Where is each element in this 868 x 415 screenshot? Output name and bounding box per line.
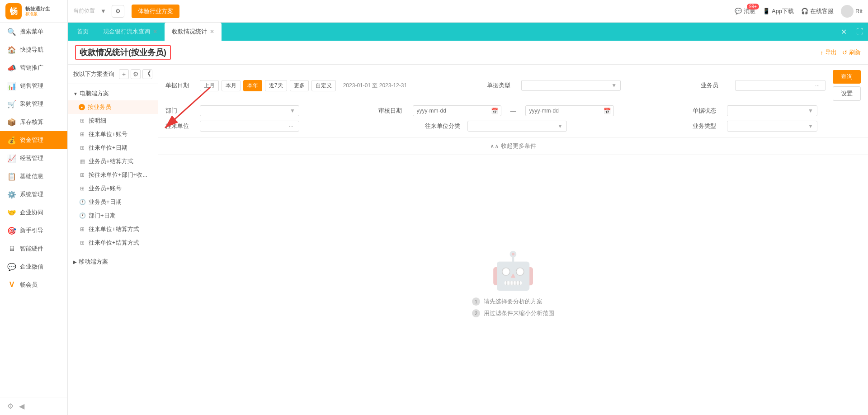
- message-button[interactable]: 💬 消息 99+: [735, 7, 755, 15]
- date-range-display: 2023-01-01 至 2023-12-31: [343, 82, 407, 90]
- search-icon: 🔍: [7, 27, 16, 36]
- tab-receipt-stats-close[interactable]: ✕: [210, 28, 214, 35]
- staff-select[interactable]: ···: [735, 80, 826, 91]
- detail-icon: ⊞: [79, 117, 86, 124]
- left-panel-header: 按以下方案查询 + ⚙ 《: [68, 65, 158, 84]
- scheme-item-partner-settle2[interactable]: ⊞ 往来单位+结算方式: [68, 236, 158, 250]
- staff-more-icon[interactable]: ···: [815, 82, 820, 89]
- topbar-gear-button[interactable]: ⚙: [112, 5, 124, 18]
- app-download-button[interactable]: 📱 App下载: [763, 7, 794, 15]
- dept-arrow-icon: ▼: [290, 108, 295, 114]
- export-button[interactable]: ↑ 导出: [821, 48, 837, 57]
- tab-receipt-stats[interactable]: 收款情况统计 ✕: [165, 23, 222, 41]
- filter-area: 单据日期 上月 本月 本年 近7天 更多 自定义 2023-01-01 至 20…: [158, 65, 868, 137]
- partner-more-icon[interactable]: ···: [289, 123, 293, 129]
- app-icon: 📱: [763, 8, 770, 14]
- calendar-end-icon[interactable]: 📅: [601, 108, 613, 114]
- online-service-button[interactable]: 🎧 在线客服: [801, 7, 834, 15]
- business-type-select[interactable]: ▼: [727, 121, 817, 132]
- tab-bank-flow-close[interactable]: ✕: [153, 28, 157, 35]
- query-button[interactable]: 查询: [833, 70, 861, 84]
- desktop-scheme-group: ▼ 电脑端方案 ● 按业务员 ⊞ 按明细 ⊞ 往来单位+账号: [68, 84, 158, 252]
- fullscreen-button[interactable]: ⛶: [854, 25, 866, 38]
- staff-date-icon: 🕐: [79, 198, 86, 206]
- solution-button[interactable]: 体验行业方案: [132, 5, 179, 18]
- staff-settle-icon: ▦: [79, 158, 86, 165]
- sidebar-item-guide[interactable]: 🎯 新手引导: [0, 222, 67, 240]
- sidebar-item-finance[interactable]: 💰 资金管理: [0, 131, 67, 149]
- date-btn-7days[interactable]: 近7天: [265, 80, 287, 91]
- filter-actions: 查询 设置: [833, 70, 861, 101]
- scheme-item-staff-date[interactable]: 🕐 业务员+日期: [68, 195, 158, 209]
- wechat-icon: 💬: [7, 262, 16, 271]
- sidebar-item-wechat[interactable]: 💬 企业微信: [0, 258, 67, 276]
- topbar-right: 💬 消息 99+ 📱 App下载 🎧 在线客服 Rit: [735, 5, 863, 18]
- dept-select[interactable]: ▼: [200, 105, 299, 116]
- sidebar-item-hardware[interactable]: 🖥 智能硬件: [0, 240, 67, 258]
- date-btn-more[interactable]: 更多: [290, 80, 309, 91]
- date-btn-custom[interactable]: 自定义: [311, 80, 336, 91]
- desktop-group-label: 电脑端方案: [80, 90, 109, 98]
- collapse-panel-button[interactable]: 《: [142, 69, 152, 79]
- sidebar-item-operations[interactable]: 📈 经营管理: [0, 149, 67, 167]
- calendar-start-icon[interactable]: 📅: [488, 108, 501, 114]
- scheme-item-partner-account[interactable]: ⊞ 往来单位+账号: [68, 127, 158, 141]
- date-btn-this-year[interactable]: 本年: [243, 80, 262, 91]
- guide-icon: 🎯: [7, 226, 16, 235]
- sidebar-item-inventory[interactable]: 📦 库存核算: [0, 113, 67, 131]
- date-btn-last-month[interactable]: 上月: [200, 80, 219, 91]
- review-date-start-field[interactable]: [413, 106, 488, 116]
- empty-state: 🤖 1 请先选择要分析的方案 2 用过滤条件来缩小分析范围: [158, 155, 868, 415]
- desktop-scheme-group-header[interactable]: ▼ 电脑端方案: [68, 87, 158, 100]
- partner-settle1-icon: ⊞: [79, 226, 86, 233]
- dept-label: 部门: [165, 107, 193, 115]
- system-icon: ⚙️: [7, 190, 16, 199]
- add-scheme-button[interactable]: +: [119, 69, 129, 79]
- scheme-item-staff-account[interactable]: ⊞ 业务员+账号: [68, 182, 158, 195]
- scheme-item-by-staff[interactable]: ● 按业务员: [68, 100, 158, 114]
- left-panel: 按以下方案查询 + ⚙ 《 ▼ 电脑端方案 ● 按业务员: [68, 65, 158, 415]
- step-2-number: 2: [472, 309, 480, 317]
- sidebar-item-enterprise[interactable]: 🤝 企业协同: [0, 203, 67, 222]
- tab-home[interactable]: 首页: [70, 23, 96, 41]
- filter-row-3: 往来单位 ··· 往来单位分类 ▼ 业务类型: [165, 121, 861, 132]
- collapse-icon[interactable]: ◀: [19, 402, 24, 410]
- date-btn-this-month[interactable]: 本月: [222, 80, 241, 91]
- scheme-settings-button[interactable]: ⚙: [131, 69, 141, 79]
- close-window-button[interactable]: ✕: [837, 25, 850, 38]
- sidebar-item-purchase[interactable]: 🛒 采购管理: [0, 95, 67, 113]
- sidebar-item-marketing[interactable]: 📣 营销推广: [0, 59, 67, 77]
- mobile-group-label: 移动端方案: [79, 258, 108, 266]
- collapse-icon: ∧∧: [490, 143, 499, 150]
- sidebar-item-member[interactable]: V 畅会员: [0, 276, 67, 294]
- scheme-item-partner-date[interactable]: ⊞ 往来单位+日期: [68, 141, 158, 155]
- review-date-start-input[interactable]: 📅: [413, 105, 501, 116]
- refresh-button[interactable]: ↺ 刷新: [842, 48, 861, 57]
- tab-bank-flow[interactable]: 现金银行流水查询 ✕: [96, 23, 165, 41]
- sidebar-item-search[interactable]: 🔍 搜索菜单: [0, 23, 67, 41]
- scheme-item-partner-dept[interactable]: ⊞ 按往来单位+部门+收...: [68, 168, 158, 182]
- doc-type-label: 单据类型: [487, 81, 514, 90]
- tabbar: 首页 现金银行流水查询 ✕ 收款情况统计 ✕ ✕ ⛶: [68, 23, 868, 41]
- breadcrumb-dropdown-icon[interactable]: ▼: [100, 8, 106, 14]
- scheme-item-staff-settle[interactable]: ▦ 业务员+结算方式: [68, 155, 158, 168]
- scheme-item-dept-date[interactable]: 🕐 部门+日期: [68, 209, 158, 222]
- user-area[interactable]: Rit: [841, 5, 863, 18]
- review-date-end-field[interactable]: [526, 106, 601, 116]
- sidebar-item-quick-nav[interactable]: 🏠 快捷导航: [0, 41, 67, 59]
- sidebar-item-sales[interactable]: 📊 销售管理: [0, 77, 67, 95]
- partner-category-select[interactable]: ▼: [467, 121, 567, 132]
- collapse-more-conditions-button[interactable]: ∧∧ 收起更多条件: [158, 137, 868, 155]
- doc-type-select[interactable]: ▼: [521, 80, 621, 91]
- sidebar-item-basic[interactable]: 📋 基础信息: [0, 167, 67, 185]
- scheme-item-by-detail[interactable]: ⊞ 按明细: [68, 114, 158, 127]
- doc-status-select[interactable]: ▼: [727, 105, 817, 116]
- scheme-item-partner-settle1[interactable]: ⊞ 往来单位+结算方式: [68, 222, 158, 236]
- mobile-scheme-group-header[interactable]: ▶ 移动端方案: [68, 255, 158, 269]
- review-date-end-input[interactable]: 📅: [525, 105, 614, 116]
- sidebar-item-system[interactable]: ⚙️ 系统管理: [0, 185, 67, 203]
- partner-select[interactable]: ···: [200, 121, 299, 132]
- settings-button[interactable]: 设置: [833, 86, 861, 101]
- settings-icon[interactable]: ⚙: [7, 402, 14, 410]
- home-icon: 🏠: [7, 45, 16, 54]
